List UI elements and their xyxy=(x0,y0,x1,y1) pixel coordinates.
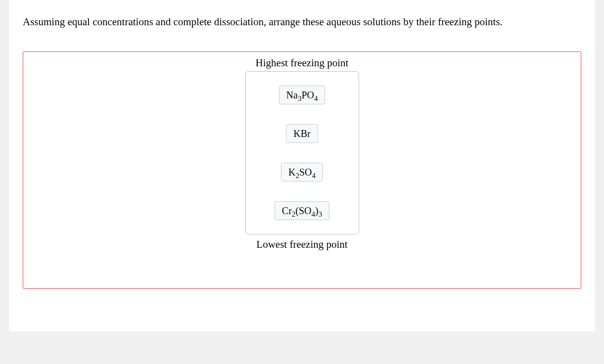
ranking-area: Highest freezing point Na3PO4 KBr K2SO4 … xyxy=(23,51,581,289)
question-text: Assuming equal concentrations and comple… xyxy=(23,15,581,29)
compound-tile[interactable]: KBr xyxy=(286,124,318,143)
bottom-label: Lowest freezing point xyxy=(256,238,347,251)
ranking-drop-box[interactable]: Na3PO4 KBr K2SO4 Cr2(SO4)3 xyxy=(245,71,359,234)
compound-tile[interactable]: Na3PO4 xyxy=(279,86,325,104)
problem-card: Assuming equal concentrations and comple… xyxy=(9,0,595,331)
top-label: Highest freezing point xyxy=(256,57,349,69)
compound-tile[interactable]: K2SO4 xyxy=(281,163,323,182)
ranking-column: Highest freezing point Na3PO4 KBr K2SO4 … xyxy=(28,56,576,253)
compound-tile[interactable]: Cr2(SO4)3 xyxy=(275,201,329,220)
